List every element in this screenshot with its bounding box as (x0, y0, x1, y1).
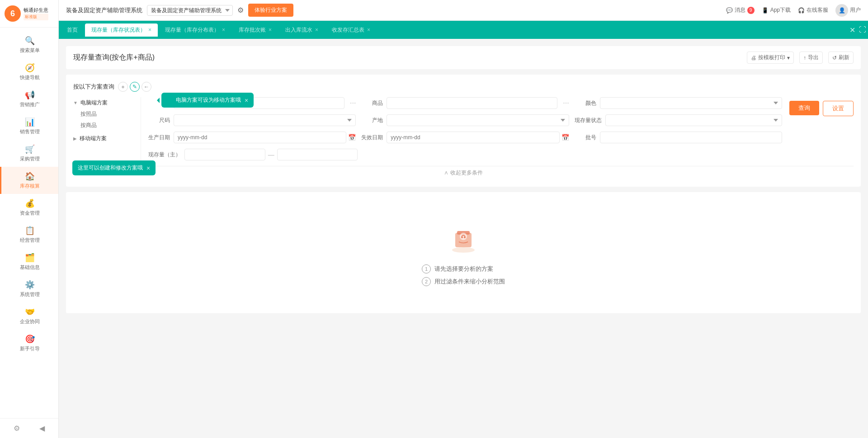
edit-scheme-btn[interactable]: ✎ (130, 82, 140, 92)
filter-label-status: 现存量状态 (575, 117, 602, 124)
tab-close-icon[interactable]: × (222, 27, 225, 33)
export-btn[interactable]: ↑ 导出 (799, 52, 823, 64)
sidebar-item-search[interactable]: 🔍 搜索菜单 (0, 31, 58, 58)
warehouse-icon: 🏠 (25, 171, 35, 181)
tab-close-icon[interactable]: × (269, 27, 272, 33)
filter-header: 按以下方案查询 ＋ ✎ ← 电脑方案可设为移动方案哦 × (73, 82, 854, 92)
filter-field-color: 颜色 (575, 97, 782, 109)
set-button[interactable]: 设置 (823, 101, 854, 116)
svg-point-5 (464, 236, 466, 238)
search-button[interactable]: 查询 (789, 101, 819, 115)
sidebar-item-basic[interactable]: 🗂️ 基础信息 (0, 248, 58, 275)
filter-input-batch[interactable] (600, 132, 782, 143)
sidebar-item-enterprise[interactable]: 🤝 企业协同 (0, 302, 58, 330)
filter-select-origin[interactable] (387, 114, 569, 126)
filter-field-origin: 产地 (361, 114, 569, 126)
collapse-sidebar-btn[interactable]: ◀ (39, 424, 45, 433)
page-actions: 🖨 按模板打印 ▾ ↑ 导出 ↺ 刷新 (747, 52, 854, 64)
qty-max-input[interactable] (277, 149, 358, 160)
filter-row-2: 尺码 产地 现存量状态 (148, 114, 782, 126)
filter-label-expire-date: 失效日期 (361, 134, 383, 141)
filter-field-size: 尺码 (148, 114, 356, 126)
tooltip-desktop-close[interactable]: × (245, 97, 248, 104)
tab-close-icon[interactable]: × (367, 27, 370, 33)
filter-title: 按以下方案查询 (73, 83, 114, 91)
tooltip-desktop-text: 电脑方案可设为移动方案哦 (176, 96, 241, 104)
print-btn[interactable]: 🖨 按模板打印 ▾ (747, 52, 794, 64)
tab-inout[interactable]: 出入库流水 × (279, 24, 325, 37)
tab-batch[interactable]: 库存批次账 × (232, 24, 278, 37)
scheme-item-2[interactable]: 按商品 (73, 120, 135, 131)
collapse-icon: ∧ (444, 170, 448, 176)
page-title: 现存量查询(按仓库+商品) (73, 53, 155, 62)
newbie-icon: 🎯 (25, 334, 35, 344)
operations-icon: 📋 (25, 226, 35, 235)
cart-icon: 🛒 (25, 144, 35, 154)
empty-steps: 1 请先选择要分析的方案 2 用过滤条件来缩小分析范围 (422, 264, 505, 286)
filter-label-batch: 批号 (575, 134, 596, 141)
scheme-section-desktop: ▼ 电脑端方案 按照品 按商品 (73, 97, 135, 131)
expire-calendar-icon[interactable]: 📅 (561, 134, 569, 141)
tab-summary[interactable]: 收发存汇总表 × (326, 24, 377, 37)
sidebar-item-sales[interactable]: 📊 销售管理 (0, 113, 58, 140)
tab-inventory-status[interactable]: 现存量（库存状况表） × (85, 24, 158, 37)
message-item[interactable]: 💬 消息 9 (726, 6, 755, 14)
filter-select-size[interactable] (174, 114, 356, 126)
print-icon: 🖨 (751, 55, 756, 61)
filter-area: 按以下方案查询 ＋ ✎ ← 电脑方案可设为移动方案哦 × 这里可以创建和修改方 (66, 75, 861, 187)
produce-date-wrap: 📅 (174, 132, 356, 143)
trial-button[interactable]: 体验行业方案 (248, 4, 293, 17)
filter-field-goods: 商品 ··· (361, 97, 569, 109)
filter-select-status[interactable] (605, 114, 782, 126)
sidebar-item-newbie[interactable]: 🎯 新手引导 (0, 330, 58, 357)
scheme-section-mobile-header[interactable]: ▶ 移动端方案 (73, 133, 135, 144)
tab-close-all-icon[interactable]: ✕ (849, 26, 855, 34)
filter-dots-1[interactable]: ··· (350, 99, 356, 107)
settings-footer-btn[interactable]: ⚙ (14, 424, 20, 433)
megaphone-icon: 📢 (25, 90, 35, 100)
sidebar-item-marketing[interactable]: 📢 营销推广 (0, 85, 58, 113)
online-service-item[interactable]: 🎧 在线客服 (798, 6, 828, 14)
add-scheme-btn[interactable]: ＋ (118, 82, 128, 92)
tab-inventory-dist[interactable]: 现存量（库存分布表） × (159, 24, 231, 37)
message-icon: 💬 (726, 7, 733, 14)
filter-label-size: 尺码 (148, 117, 170, 124)
produce-calendar-icon[interactable]: 📅 (348, 134, 356, 141)
tab-home[interactable]: 首页 (61, 24, 84, 37)
message-badge: 9 (747, 7, 755, 14)
header-settings-icon[interactable]: ⚙ (237, 6, 244, 14)
collapse-bar[interactable]: ∧ 收起更多条件 (73, 166, 854, 179)
sidebar-item-finance[interactable]: 💰 资金管理 (0, 194, 58, 221)
scheme-item-1[interactable]: 按照品 (73, 108, 135, 120)
sidebar-nav: 🔍 搜索菜单 🧭 快捷导航 📢 营销推广 📊 销售管理 🛒 采购管理 🏠 库存核… (0, 28, 58, 418)
filter-input-goods[interactable] (387, 97, 557, 109)
expire-date-input[interactable] (387, 132, 559, 143)
tooltip-create-close[interactable]: × (146, 165, 150, 172)
export-icon: ↑ (803, 55, 806, 61)
system-select[interactable]: 装备及固定资产辅助管理系统 (147, 5, 233, 16)
produce-date-input[interactable] (174, 132, 346, 143)
scheme-section-desktop-header[interactable]: ▼ 电脑端方案 (73, 97, 135, 108)
sidebar: 6 畅通好生意 标准版 🔍 搜索菜单 🧭 快捷导航 📢 营销推广 📊 销售管理 … (0, 0, 59, 438)
page-title-bar: 现存量查询(按仓库+商品) 🖨 按模板打印 ▾ ↑ 导出 ↺ 刷新 (66, 46, 861, 69)
search-icon: 🔍 (25, 36, 35, 46)
app-download-item[interactable]: 📱 App下载 (762, 6, 791, 14)
tab-close-icon[interactable]: × (315, 27, 318, 33)
tab-expand-icon[interactable]: ⛶ (859, 26, 866, 34)
refresh-btn[interactable]: ↺ 刷新 (828, 52, 854, 64)
filter-dots-2[interactable]: ··· (563, 99, 569, 107)
filter-select-color[interactable] (600, 97, 782, 109)
empty-step-1: 1 请先选择要分析的方案 (422, 264, 505, 273)
sidebar-item-purchase[interactable]: 🛒 采购管理 (0, 140, 58, 167)
filter-field-produce-date: 生产日期 📅 (148, 132, 356, 143)
sidebar-item-inventory[interactable]: 🏠 库存核算 (0, 167, 58, 194)
arrow-icon: ▶ (73, 136, 77, 141)
sidebar-item-system[interactable]: ⚙️ 系统管理 (0, 275, 58, 302)
tab-close-icon[interactable]: × (148, 27, 151, 33)
back-btn[interactable]: ← (142, 82, 151, 92)
sidebar-item-operations[interactable]: 📋 经营管理 (0, 221, 58, 248)
user-item[interactable]: 👤 用户 (835, 4, 861, 17)
sidebar-item-guide[interactable]: 🧭 快捷导航 (0, 58, 58, 85)
main-area: 装备及固定资产辅助管理系统 装备及固定资产辅助管理系统 ⚙ 体验行业方案 💬 消… (59, 0, 868, 438)
qty-min-input[interactable] (184, 149, 265, 160)
